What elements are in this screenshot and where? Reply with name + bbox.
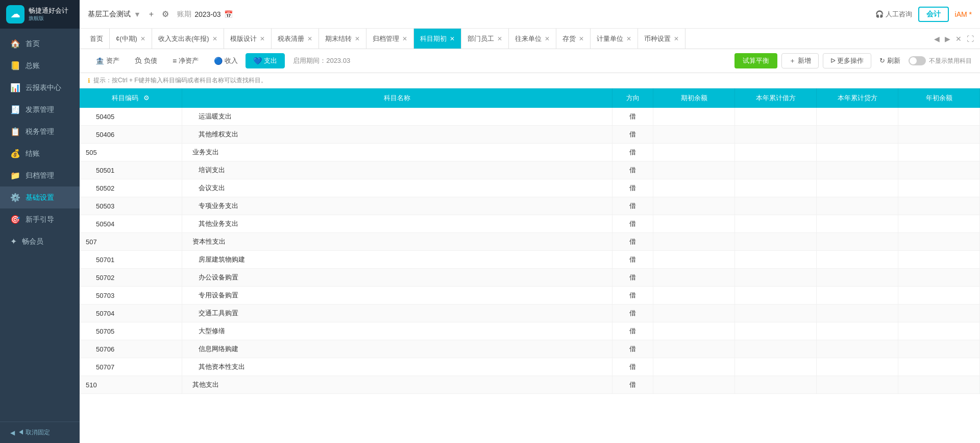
subtab-income[interactable]: 🔵 收入 bbox=[206, 53, 246, 68]
sidebar-footer-toggle[interactable]: ◀ ◀ 取消固定 bbox=[0, 422, 80, 443]
table-row[interactable]: 50504 其他业务支出 借 bbox=[80, 215, 980, 233]
refresh-button[interactable]: ↻ 刷新 bbox=[875, 54, 904, 68]
nav-icon-member: ✦ bbox=[10, 237, 17, 246]
more-actions-button[interactable]: ᐅ 更多操作 bbox=[823, 53, 872, 68]
tab-tax_clear[interactable]: 税表清册✕ bbox=[272, 29, 319, 49]
tab-scroll-right[interactable]: ▶ bbox=[943, 34, 952, 44]
toggle-track[interactable] bbox=[909, 56, 926, 65]
table-row[interactable]: 50705 大型修缮 借 bbox=[80, 322, 980, 340]
tab-scroll-left[interactable]: ◀ bbox=[932, 34, 942, 44]
sidebar-item-basic[interactable]: ⚙️基础设置 bbox=[0, 186, 80, 208]
tab-close-all[interactable]: ✕ bbox=[953, 34, 964, 44]
table-row[interactable]: 507 资本性支出 借 bbox=[80, 233, 980, 251]
nav-icon-home: 🏠 bbox=[10, 39, 20, 49]
subtab-expense-label: 支出 bbox=[264, 56, 277, 65]
tab-close-subject_init[interactable]: ✕ bbox=[450, 35, 455, 42]
cell-opening bbox=[653, 322, 735, 340]
cell-opening bbox=[653, 197, 735, 215]
table-row[interactable]: 505 业务支出 借 bbox=[80, 144, 980, 161]
tab-maximize[interactable]: ⛶ bbox=[965, 34, 976, 44]
period-display-label: 启用期间：2023.03 bbox=[293, 56, 350, 65]
sidebar-item-settle[interactable]: 💰结账 bbox=[0, 143, 80, 165]
subtab-asset-label: 资产 bbox=[106, 56, 119, 65]
tab-close-currency[interactable]: ✕ bbox=[674, 35, 679, 42]
nav-icon-reports: 📊 bbox=[10, 83, 20, 92]
cell-name: 资本性支出 bbox=[182, 233, 612, 251]
table-row[interactable]: 50405 运温暖支出 借 bbox=[80, 108, 980, 126]
tab-close-archive[interactable]: ✕ bbox=[402, 35, 407, 42]
table-row[interactable]: 50406 其他维权支出 借 bbox=[80, 126, 980, 144]
table-row[interactable]: 50704 交通工具购置 借 bbox=[80, 305, 980, 322]
cell-opening bbox=[653, 179, 735, 197]
consult-button[interactable]: 🎧 人工咨询 bbox=[875, 10, 912, 19]
tab-period_end[interactable]: 期末结转✕ bbox=[319, 29, 366, 49]
add-company-button[interactable]: + bbox=[147, 10, 156, 19]
cell-opening bbox=[653, 161, 735, 179]
tab-home[interactable]: 首页 bbox=[84, 29, 110, 49]
table-row[interactable]: 50501 培训支出 借 bbox=[80, 161, 980, 179]
tab-close-inventory[interactable]: ✕ bbox=[579, 35, 584, 42]
asset-icon: 🏦 bbox=[95, 57, 104, 65]
tab-subject_init[interactable]: 科目期初✕ bbox=[414, 29, 461, 49]
subtab-asset[interactable]: 🏦 资产 bbox=[88, 53, 127, 68]
sidebar-item-home[interactable]: 🏠首页 bbox=[0, 33, 80, 55]
sidebar-item-guide[interactable]: 🎯新手引导 bbox=[0, 208, 80, 230]
table-row[interactable]: 50502 会议支出 借 bbox=[80, 179, 980, 197]
sidebar-item-member[interactable]: ✦畅会员 bbox=[0, 230, 80, 252]
tab-template[interactable]: 模版设计✕ bbox=[224, 29, 272, 49]
cell-ytd-credit bbox=[817, 197, 898, 215]
subtab-equity[interactable]: ≡ 净资产 bbox=[165, 53, 206, 68]
tab-income_report[interactable]: 收入支出表(年报)✕ bbox=[152, 29, 224, 49]
sidebar-item-tax[interactable]: 📋税务管理 bbox=[0, 121, 80, 143]
sidebar-item-ledger[interactable]: 📒总账 bbox=[0, 55, 80, 77]
tab-unit[interactable]: 计量单位✕ bbox=[591, 29, 638, 49]
tab-close-period_end[interactable]: ✕ bbox=[355, 35, 360, 42]
tab-close-template[interactable]: ✕ bbox=[260, 35, 265, 42]
subtab-liability[interactable]: 负 负债 bbox=[127, 53, 165, 68]
nav-label-ledger: 总账 bbox=[26, 61, 40, 71]
cell-ytd-balance bbox=[898, 251, 980, 269]
cell-name: 办公设备购置 bbox=[182, 269, 612, 287]
settings-icon[interactable]: ⚙ bbox=[162, 9, 169, 19]
tab-close-counterparty[interactable]: ✕ bbox=[545, 35, 550, 42]
table-row[interactable]: 50703 专用设备购置 借 bbox=[80, 287, 980, 305]
table-row[interactable]: 50702 办公设备购置 借 bbox=[80, 269, 980, 287]
tab-label-counterparty: 往来单位 bbox=[515, 34, 542, 43]
table-row[interactable]: 50503 专项业务支出 借 bbox=[80, 197, 980, 215]
cell-ytd-credit bbox=[817, 144, 898, 161]
tab-counterparty[interactable]: 往来单位✕ bbox=[509, 29, 556, 49]
table-row[interactable]: 510 其他支出 借 bbox=[80, 376, 980, 394]
sidebar-item-archive[interactable]: 📁归档管理 bbox=[0, 165, 80, 186]
accounting-button[interactable]: 会计 bbox=[918, 7, 949, 22]
tab-close-tax_clear[interactable]: ✕ bbox=[307, 35, 312, 42]
tab-close-unit[interactable]: ✕ bbox=[626, 35, 631, 42]
table-row[interactable]: 50706 信息网络购建 借 bbox=[80, 340, 980, 358]
tab-close-dept[interactable]: ✕ bbox=[497, 35, 502, 42]
cell-direction: 借 bbox=[612, 215, 653, 233]
cell-name: 交通工具购置 bbox=[182, 305, 612, 322]
balance-button[interactable]: 试算平衡 bbox=[734, 53, 777, 68]
table-row[interactable]: 50707 其他资本性支出 借 bbox=[80, 358, 980, 376]
cell-name: 其他业务支出 bbox=[182, 215, 612, 233]
tab-archive[interactable]: 归档管理✕ bbox=[366, 29, 414, 49]
company-name: 基层工会测试 bbox=[88, 10, 131, 19]
cell-direction: 借 bbox=[612, 322, 653, 340]
tab-currency[interactable]: 币种设置✕ bbox=[638, 29, 685, 49]
sidebar-item-invoice[interactable]: 🧾发票管理 bbox=[0, 99, 80, 121]
table-row[interactable]: 50701 房屋建筑物购建 借 bbox=[80, 251, 980, 269]
subtab-expense[interactable]: 💙 支出 bbox=[246, 53, 285, 68]
tab-inventory[interactable]: 存货✕ bbox=[556, 29, 591, 49]
add-button[interactable]: ＋ 新增 bbox=[781, 53, 819, 68]
tab-close-period[interactable]: ✕ bbox=[140, 35, 145, 42]
period-calendar-icon[interactable]: 📅 bbox=[224, 10, 233, 18]
tab-period[interactable]: ¢(中期)✕ bbox=[110, 29, 152, 49]
cell-ytd-debit bbox=[735, 287, 817, 305]
tab-dept[interactable]: 部门员工✕ bbox=[461, 29, 509, 49]
col-code-settings-icon[interactable]: ⚙ bbox=[143, 94, 150, 102]
company-selector[interactable]: 基层工会测试 ▼ bbox=[88, 10, 141, 19]
tab-close-income_report[interactable]: ✕ bbox=[212, 35, 217, 42]
toggle-thumb bbox=[910, 57, 917, 64]
disable-toggle[interactable]: 不显示禁用科目 bbox=[909, 56, 972, 65]
sidebar-item-reports[interactable]: 📊云报表中心 bbox=[0, 77, 80, 99]
subtab-equity-label: 净资产 bbox=[179, 56, 199, 65]
